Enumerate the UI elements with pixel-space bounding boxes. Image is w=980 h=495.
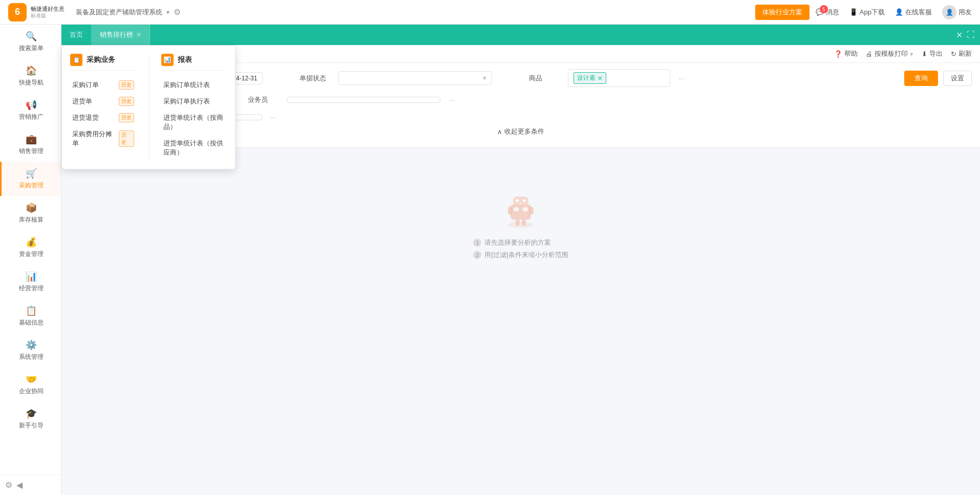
sidebar-bottom: ⚙ ◀ — [0, 475, 61, 495]
sidebar-item-guide[interactable]: 🎓 新手引导 — [0, 402, 61, 436]
phone-icon: 📱 — [849, 8, 858, 16]
history-tag-2: 历史 — [119, 97, 134, 106]
sidebar-item-inventory[interactable]: 📦 库存核算 — [0, 196, 61, 230]
svg-rect-2 — [514, 207, 519, 211]
export-btn[interactable]: ⬇ 导出 — [922, 49, 943, 58]
menu-item-purchase-order[interactable]: 采购订单 历史 — [70, 77, 136, 93]
sidebar-item-system[interactable]: ⚙️ 系统管理 — [0, 333, 61, 368]
sidebar-item-basic[interactable]: 📋 基础信息 — [0, 299, 61, 333]
tip-text-1: 请先选择要分析的方案 — [484, 238, 551, 247]
template-print-btn[interactable]: 🖨 按模板打印 ▾ — [866, 49, 913, 58]
help-icon: ❓ — [834, 50, 842, 58]
goods-input[interactable]: 设计素 ✕ — [568, 69, 670, 87]
menu-section-report-header: 📊 报表 — [161, 54, 227, 71]
print-icon: 🖨 — [866, 50, 872, 58]
menu-item-incoming-stats-supplier[interactable]: 进货单统计表（按供应商） — [161, 135, 227, 161]
online-service-item[interactable]: 👤 在线客服 — [895, 8, 932, 17]
app-download-item[interactable]: 📱 App下载 — [849, 8, 885, 17]
menu-item-expense-label: 采购费用分摊单 — [72, 130, 119, 148]
sidebar-item-search[interactable]: 🔍 搜索菜单 — [0, 25, 61, 59]
sidebar-label-enterprise: 企业协同 — [19, 387, 44, 396]
empty-robot-illustration — [500, 189, 541, 230]
customer-more-icon[interactable]: ··· — [270, 113, 276, 121]
tab-sales-ranking-label: 销售排行榜 — [100, 30, 133, 39]
svg-point-10 — [523, 199, 526, 202]
home-icon: 🏠 — [26, 65, 37, 76]
settings-btn[interactable]: 设置 — [943, 71, 972, 86]
user-avatar: 👤 — [942, 5, 956, 19]
sidebar-label-shortcut: 快捷导航 — [19, 78, 44, 87]
tab-close-icon[interactable]: ✕ — [136, 31, 141, 38]
export-icon: ⬇ — [922, 50, 927, 58]
message-icon-wrap: 💬 5 — [816, 8, 824, 16]
svg-rect-1 — [510, 204, 531, 220]
menu-item-purchase-order-exec[interactable]: 采购订单执行表 — [161, 93, 227, 110]
template-print-label: 按模板打印 — [875, 49, 908, 58]
query-btn[interactable]: 查询 — [904, 71, 938, 86]
sidebar-label-search: 搜索菜单 — [19, 44, 44, 53]
sidebar-item-marketing[interactable]: 📢 营销推广 — [0, 93, 61, 127]
inventory-icon: 📦 — [26, 202, 37, 213]
system-dropdown-icon[interactable]: ▾ — [166, 9, 169, 16]
empty-state: 1 请先选择要分析的方案 2 用[过滤]条件来缩小分析范围 — [61, 148, 980, 304]
app-download-label: App下载 — [860, 8, 885, 17]
menu-item-incoming[interactable]: 进货单 历史 — [70, 93, 136, 110]
history-tag-1: 历史 — [119, 80, 134, 90]
salesperson-select[interactable] — [287, 97, 440, 103]
sidebar-label-marketing: 营销推广 — [19, 113, 44, 121]
refresh-btn[interactable]: ↻ 刷新 — [951, 49, 972, 58]
search-icon: 🔍 — [26, 31, 37, 42]
tab-sales-ranking[interactable]: 销售排行榜 ✕ — [92, 25, 150, 45]
bill-status-select[interactable]: ▾ — [338, 71, 492, 85]
service-icon: 👤 — [895, 8, 903, 16]
refresh-icon: ↻ — [951, 50, 956, 58]
goods-tag: 设计素 ✕ — [573, 72, 606, 84]
sidebar-item-enterprise[interactable]: 🤝 企业协同 — [0, 368, 61, 402]
menu-item-return-label: 进货退货 — [72, 113, 99, 122]
logo-line1: 畅捷通好生意 — [31, 5, 65, 12]
sidebar-collapse-icon[interactable]: ◀ — [16, 480, 23, 490]
purchase-dropdown-menu: 📋 采购业务 采购订单 历史 进货单 历史 进货退货 历史 采购费用分摊单 历史… — [61, 45, 236, 169]
operation-icon: 📊 — [26, 271, 37, 282]
menu-item-purchase-order-stats[interactable]: 采购订单统计表 — [161, 77, 227, 93]
finance-icon: 💰 — [26, 236, 37, 248]
sidebar-item-finance[interactable]: 💰 资金管理 — [0, 230, 61, 265]
tab-expand-icon[interactable]: ⛶ — [967, 30, 975, 39]
guide-icon: 🎓 — [26, 408, 37, 419]
avatar-icon: 👤 — [946, 9, 953, 16]
menu-item-expense[interactable]: 采购费用分摊单 历史 — [70, 126, 136, 152]
sidebar-item-shortcut[interactable]: 🏠 快捷导航 — [0, 59, 61, 93]
purchase-icon: 🛒 — [26, 168, 37, 179]
svg-point-9 — [516, 199, 519, 202]
user-item[interactable]: 👤 用友 — [942, 5, 972, 19]
help-btn[interactable]: ❓ 帮助 — [834, 49, 858, 58]
tip-text-2: 用[过滤]条件来缩小分析范围 — [484, 250, 568, 260]
tip-num-1: 1 — [473, 239, 481, 247]
basic-icon: 📋 — [26, 305, 37, 316]
sidebar-item-sales[interactable]: 💼 销售管理 — [0, 127, 61, 162]
tab-home[interactable]: 首页 — [61, 25, 92, 45]
menu-item-purchase-order-label: 采购订单 — [72, 80, 99, 90]
sidebar-settings-icon[interactable]: ⚙ — [5, 480, 12, 490]
logo-text: 畅捷通好生意 标准版 — [31, 5, 65, 19]
svg-rect-4 — [508, 207, 512, 214]
tab-bar: 首页 销售排行榜 ✕ ✕ ⛶ — [61, 25, 980, 45]
tab-window-close-icon[interactable]: ✕ — [956, 30, 963, 40]
settings-icon[interactable]: ⚙ — [174, 7, 181, 17]
sidebar-label-operation: 经营管理 — [19, 284, 44, 293]
logo-icon: 6 — [8, 3, 27, 21]
filter-actions: 查询 设置 — [904, 71, 972, 86]
system-icon: ⚙️ — [26, 339, 37, 351]
user-label: 用友 — [958, 8, 972, 17]
menu-item-incoming-stats-goods[interactable]: 进货单统计表（按商品） — [161, 110, 227, 135]
svg-rect-7 — [522, 220, 526, 226]
goods-more-icon[interactable]: ··· — [678, 74, 685, 82]
goods-tag-close[interactable]: ✕ — [598, 75, 603, 82]
menu-section-report: 📊 报表 采购订单统计表 采购订单执行表 进货单统计表（按商品） 进货单统计表（… — [161, 54, 227, 161]
sidebar-item-purchase[interactable]: 🛒 采购管理 — [0, 162, 61, 196]
sidebar-item-operation[interactable]: 📊 经营管理 — [0, 265, 61, 299]
message-item[interactable]: 💬 5 消息 — [816, 8, 839, 17]
salesperson-more-icon[interactable]: ··· — [449, 96, 455, 104]
menu-item-return[interactable]: 进货退货 历史 — [70, 110, 136, 126]
industry-btn[interactable]: 体验行业方案 — [755, 5, 809, 20]
